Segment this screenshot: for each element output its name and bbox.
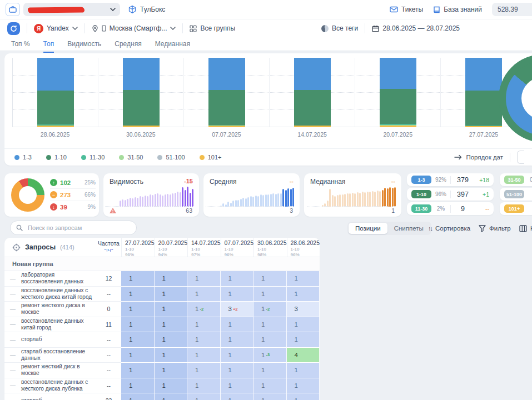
position-cell[interactable]: 1 bbox=[253, 363, 287, 378]
position-cell[interactable]: 1 bbox=[187, 317, 221, 333]
position-cell[interactable]: 4 bbox=[287, 348, 320, 363]
group-header[interactable]: Новая группа bbox=[4, 257, 320, 271]
drag-handle[interactable]: — bbox=[4, 348, 21, 363]
refresh-button[interactable] bbox=[7, 22, 20, 35]
column-header-07.07.2025[interactable]: 07.07.20251-1096% bbox=[221, 238, 254, 257]
query-cell[interactable]: восстановление данных с жесткого диска л… bbox=[21, 378, 96, 394]
date-order-button[interactable]: Порядок дат bbox=[454, 154, 503, 161]
query-cell[interactable]: лаборатория восстановления данных bbox=[21, 271, 96, 287]
top-badge-101+[interactable]: 101+1 bbox=[500, 202, 532, 215]
groups-selector[interactable]: Все группы bbox=[190, 24, 235, 32]
search-input[interactable] bbox=[27, 224, 131, 232]
legend-item-1-3[interactable]: 1-3 bbox=[14, 154, 32, 161]
table-settings-button[interactable]: Н bbox=[519, 222, 532, 235]
position-cell[interactable]: 1 bbox=[121, 378, 155, 394]
position-cell[interactable]: 1 bbox=[187, 393, 221, 400]
position-cell[interactable]: 1 bbox=[287, 363, 320, 378]
stacked-bar[interactable] bbox=[294, 58, 331, 127]
drag-handle[interactable]: — bbox=[4, 393, 21, 400]
position-cell[interactable]: 1 bbox=[121, 363, 155, 378]
top-badge-1-10[interactable]: 1-1096%397+1 bbox=[407, 188, 494, 201]
drag-handle[interactable]: — bbox=[4, 363, 21, 378]
column-header-14.07.2025[interactable]: 14.07.20251-1097% bbox=[187, 238, 221, 257]
filter-button[interactable]: Фильтр bbox=[479, 222, 511, 235]
target-icon[interactable] bbox=[12, 243, 21, 252]
tab-Средняя[interactable]: Средняя bbox=[115, 40, 141, 53]
top-badge-11-30[interactable]: 11-302%9-- bbox=[407, 202, 494, 215]
position-cell[interactable]: 1-2 bbox=[187, 302, 221, 317]
tab-Топ %[interactable]: Топ % bbox=[11, 40, 30, 53]
position-cell[interactable]: 1 bbox=[253, 378, 287, 394]
knowledge-base-link[interactable]: База знаний bbox=[433, 6, 482, 13]
toolbox-menu[interactable]: ТулБокс bbox=[128, 5, 165, 14]
stacked-bar[interactable] bbox=[208, 58, 245, 127]
position-cell[interactable]: 1 bbox=[121, 271, 155, 287]
query-cell[interactable]: ремонт жесткого диска в москве bbox=[21, 302, 96, 317]
position-cell[interactable]: 1 bbox=[155, 271, 188, 287]
position-cell[interactable]: 1 bbox=[187, 363, 221, 378]
tab-Медианная[interactable]: Медианная bbox=[155, 40, 190, 53]
date-range-selector[interactable]: 28.06.2025 — 28.07.2025 bbox=[372, 24, 460, 32]
view-Сниппеты[interactable]: Сниппеты bbox=[387, 223, 430, 234]
projects-button[interactable] bbox=[6, 3, 20, 16]
position-cell[interactable]: 3 bbox=[287, 302, 320, 317]
tags-selector[interactable]: Все теги bbox=[321, 24, 358, 32]
stacked-bar[interactable] bbox=[123, 58, 160, 127]
top-badge-51-100[interactable]: 51-1000 bbox=[500, 188, 532, 201]
drag-handle[interactable]: — bbox=[4, 287, 21, 302]
position-cell[interactable]: 1 bbox=[253, 393, 287, 400]
median-card[interactable]: Медианная -- 1 bbox=[304, 173, 401, 217]
position-cell[interactable]: 1 bbox=[287, 332, 320, 348]
balance-button[interactable]: 528.39 bbox=[492, 3, 532, 16]
position-cell[interactable]: 1 bbox=[221, 378, 254, 394]
drag-handle[interactable]: — bbox=[4, 378, 21, 394]
legend-item-11-30[interactable]: 11-30 bbox=[81, 154, 105, 161]
position-cell[interactable]: 1 bbox=[121, 317, 155, 333]
drag-handle[interactable]: — bbox=[4, 302, 21, 317]
visibility-card[interactable]: Видимость -15 63 bbox=[103, 173, 199, 217]
column-header-28.06.2025[interactable]: 28.06.20251-1096% bbox=[287, 238, 320, 257]
position-cell[interactable]: 1-3 bbox=[253, 348, 287, 363]
drag-handle[interactable]: — bbox=[4, 317, 21, 333]
query-cell[interactable]: старлаб bbox=[21, 393, 96, 400]
query-cell[interactable]: ремонт жесткий диск в москве bbox=[21, 363, 96, 378]
query-cell[interactable]: восстановление данных китай город bbox=[21, 317, 96, 333]
position-cell[interactable]: 1 bbox=[187, 332, 221, 348]
position-cell[interactable]: 1 bbox=[253, 317, 287, 333]
position-cell[interactable]: 1 bbox=[253, 287, 287, 302]
position-cell[interactable]: 1 bbox=[155, 393, 188, 400]
project-selector[interactable] bbox=[23, 3, 120, 16]
region-selector[interactable]: Москва (Смартф... bbox=[92, 24, 176, 32]
query-cell[interactable]: сторлаб bbox=[21, 332, 96, 348]
position-cell[interactable]: 1 bbox=[155, 332, 188, 348]
position-cell[interactable]: 1 bbox=[121, 393, 155, 400]
position-cell[interactable]: 1 bbox=[121, 332, 155, 348]
legend-item-51-100[interactable]: 51-100 bbox=[157, 154, 185, 161]
position-cell[interactable]: 1 bbox=[121, 348, 155, 363]
sort-button[interactable]: ↑↓ Сортировка bbox=[428, 222, 470, 235]
tab-Видимость[interactable]: Видимость bbox=[67, 40, 101, 53]
position-cell[interactable]: 1 bbox=[221, 287, 254, 302]
position-cell[interactable]: 1 bbox=[121, 302, 155, 317]
column-header-30.06.2025[interactable]: 30.06.20251-1098% bbox=[253, 238, 287, 257]
average-card[interactable]: Средняя -- 3 bbox=[203, 173, 300, 217]
clipped-button[interactable] bbox=[517, 151, 524, 164]
position-cell[interactable]: 1 bbox=[221, 363, 254, 378]
position-cell[interactable]: 1 bbox=[221, 317, 254, 333]
position-cell[interactable]: 1 bbox=[287, 393, 320, 400]
legend-item-1-10[interactable]: 1-10 bbox=[46, 154, 67, 161]
top-badge-1-3[interactable]: 1-392%379+18 bbox=[407, 173, 494, 186]
position-cell[interactable]: 1 bbox=[155, 287, 188, 302]
legend-item-31-50[interactable]: 31-50 bbox=[119, 154, 143, 161]
position-cell[interactable]: 1 bbox=[155, 363, 188, 378]
position-cell[interactable]: 1 bbox=[155, 317, 188, 333]
position-cell[interactable]: 1 bbox=[221, 271, 254, 287]
position-cell[interactable]: 1 bbox=[287, 317, 320, 333]
position-cell[interactable]: 1-2 bbox=[253, 302, 287, 317]
change-donut[interactable] bbox=[11, 178, 44, 212]
position-cell[interactable]: 1 bbox=[155, 302, 188, 317]
stacked-bar[interactable] bbox=[380, 58, 416, 127]
position-cell[interactable]: 1 bbox=[221, 332, 254, 348]
position-cell[interactable]: 1 bbox=[287, 378, 320, 394]
position-cell[interactable]: 1 bbox=[253, 332, 287, 348]
